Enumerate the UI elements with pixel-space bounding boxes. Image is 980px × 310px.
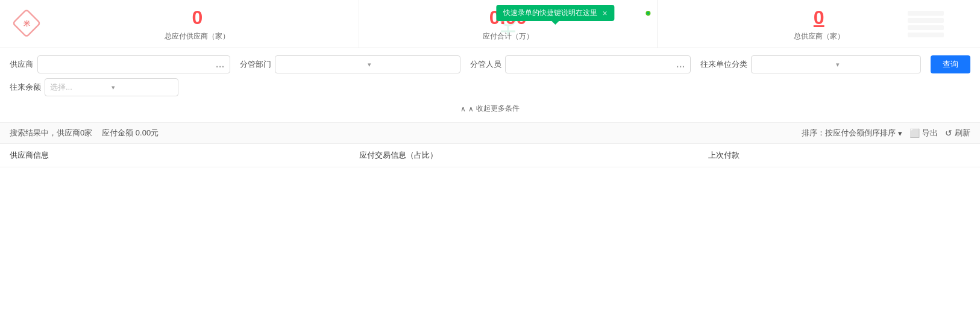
stat-payable-total: 0.00 应付合计（万） 快速录单的快捷键说明在这里 ×	[359, 0, 658, 48]
refresh-button[interactable]: ↺ 刷新	[945, 128, 970, 138]
refresh-label: 刷新	[955, 128, 970, 138]
stat-label-payable-suppliers: 总应付供应商（家）	[165, 31, 230, 42]
filter-bar: 供应商 ... 分管部门 ▾ 分管人员 ... 往来单位分类	[0, 48, 980, 123]
person-label: 分管人员	[470, 59, 501, 70]
supplier-input-wrapper[interactable]: ...	[37, 55, 230, 73]
category-chevron-icon: ▾	[836, 61, 916, 69]
result-actions: 排序：按应付会额倒序排序 ▾ ⬜ 导出 ↺ 刷新	[802, 128, 970, 138]
stats-bar: 米 0 总应付供应商（家） 0.00 应付合计（万） 快速录单的快捷键说明在这里…	[0, 0, 980, 48]
category-label: 往来单位分类	[700, 59, 747, 70]
person-dots-btn[interactable]: ...	[676, 60, 685, 69]
export-icon: ⬜	[909, 128, 920, 138]
stat-label-total-suppliers: 总供应商（家）	[794, 31, 844, 42]
filter-person: 分管人员 ...	[470, 55, 691, 73]
balance-chevron-icon: ▾	[112, 84, 173, 91]
supplier-label: 供应商	[10, 59, 34, 70]
person-input[interactable]	[510, 60, 676, 69]
dept-select[interactable]: ▾	[275, 55, 460, 73]
supplier-dots-btn[interactable]: ...	[216, 60, 225, 69]
refresh-icon: ↺	[945, 128, 952, 138]
stat-total-payable-suppliers: 0 总应付供应商（家）	[0, 0, 359, 48]
stat-total-suppliers: 0 总供应商（家）	[658, 0, 980, 48]
collapse-up-icon: ∧ ∧	[460, 105, 473, 113]
balance-label: 往来余额	[10, 82, 41, 93]
sort-icon: ▾	[898, 129, 902, 138]
balance-placeholder: 选择...	[50, 82, 112, 93]
logo-diamond: 米	[12, 8, 41, 39]
person-input-wrapper[interactable]: ...	[505, 55, 691, 73]
collapse-row: ∧ ∧ 收起更多条件	[10, 101, 970, 119]
category-select[interactable]: ▾	[751, 55, 921, 73]
dept-label: 分管部门	[240, 59, 271, 70]
sort-label: 排序：按应付会额倒序排序	[802, 128, 896, 138]
filter-dept: 分管部门 ▾	[240, 55, 460, 73]
dept-chevron-icon: ▾	[368, 61, 455, 69]
filter-row-1: 供应商 ... 分管部门 ▾ 分管人员 ... 往来单位分类	[10, 55, 970, 73]
svg-text:米: 米	[23, 19, 31, 26]
stat-label-payable-total: 应付合计（万）	[483, 31, 533, 42]
filter-supplier: 供应商 ...	[10, 55, 230, 73]
col-last-payment: 上次付款	[708, 150, 970, 161]
filter-row-2: 往来余额 选择... ▾	[10, 78, 970, 96]
table-body	[0, 167, 980, 310]
collapse-button[interactable]: ∧ ∧ 收起更多条件	[460, 104, 519, 114]
result-bar: 搜索结果中，供应商0家 应付金额 0.00元 排序：按应付会额倒序排序 ▾ ⬜ …	[0, 123, 980, 144]
collapse-label: 收起更多条件	[476, 104, 520, 114]
stat-value-payable-suppliers: 0	[192, 6, 203, 29]
result-info: 搜索结果中，供应商0家 应付金额 0.00元	[10, 128, 159, 138]
col-transaction-info: 应付交易信息（占比）	[359, 150, 709, 161]
query-button[interactable]: 查询	[931, 55, 970, 73]
result-summary: 搜索结果中，供应商0家	[10, 128, 92, 138]
tooltip-banner: 快速录单的快捷键说明在这里 ×	[496, 5, 614, 21]
result-amount: 应付金额 0.00元	[102, 128, 159, 138]
filter-category: 往来单位分类 ▾	[700, 55, 921, 73]
sort-button[interactable]: 排序：按应付会额倒序排序 ▾	[802, 128, 902, 138]
tooltip-close-btn[interactable]: ×	[602, 9, 607, 17]
filter-balance: 往来余额 选择... ▾	[10, 78, 178, 96]
balance-select[interactable]: 选择... ▾	[45, 78, 178, 96]
supplier-input[interactable]	[43, 60, 216, 69]
stat-value-total-suppliers: 0	[814, 6, 825, 29]
bg-boxes	[908, 11, 944, 37]
col-supplier-info: 供应商信息	[10, 150, 359, 161]
export-button[interactable]: ⬜ 导出	[909, 128, 938, 138]
table-header: 供应商信息 应付交易信息（占比） 上次付款	[0, 144, 980, 167]
tooltip-text: 快速录单的快捷键说明在这里	[503, 8, 597, 18]
export-label: 导出	[922, 128, 938, 138]
tooltip-dot	[646, 11, 651, 16]
